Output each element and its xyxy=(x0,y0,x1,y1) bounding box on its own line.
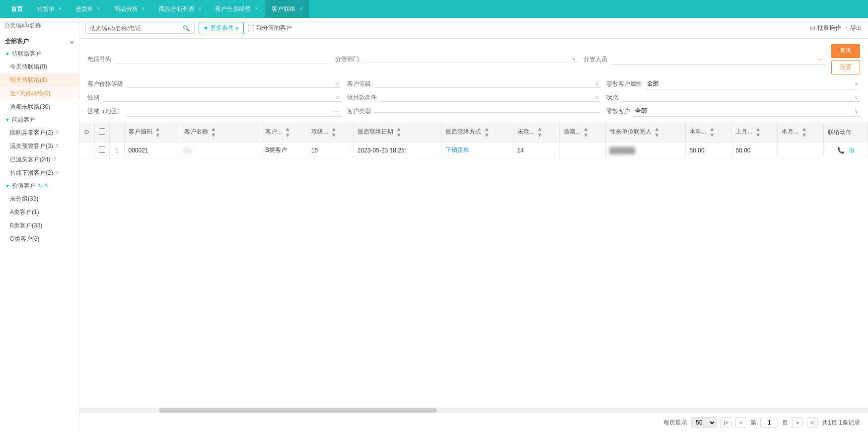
sidebar-item-b-class[interactable]: B类客户(33) xyxy=(0,219,79,232)
gender-select[interactable]: ∨ xyxy=(102,94,341,102)
edit-icon[interactable]: ✎ xyxy=(44,183,49,189)
col-company-contact[interactable]: 往来单位联系人 ▲▼ xyxy=(605,122,685,143)
retail-attr-select[interactable]: 全部 ∨ xyxy=(645,78,860,89)
sidebar-problem-group[interactable]: ▼ 问题客户 xyxy=(0,114,79,126)
payment-select[interactable]: ∨ xyxy=(380,94,601,102)
scrollbar-thumb[interactable] xyxy=(159,408,437,413)
export-btn[interactable]: ↑ 导出 xyxy=(845,24,862,32)
sidebar-item-churn-warning[interactable]: 流失预警客户(3) ? xyxy=(0,140,79,153)
field-retail-customer: 零散客户 全部 ∨ xyxy=(606,106,860,117)
per-page-select[interactable]: 50 100 200 xyxy=(691,417,717,428)
sidebar-value-group[interactable]: ▼ 价值客户 ↻ ✎ xyxy=(0,180,79,192)
field-payment: 收付款条件 ∨ xyxy=(347,93,601,102)
first-page-btn[interactable]: |< xyxy=(721,417,731,428)
refresh-icon[interactable]: ↻ xyxy=(38,183,42,189)
more-conditions-btn[interactable]: ▼ 更多条件 ∧ xyxy=(199,22,244,34)
arrow-down-icon-2: ▼ xyxy=(5,117,10,123)
row-contact-count: 15 xyxy=(307,143,353,158)
my-customers-checkbox-label[interactable]: 我分管的客户 xyxy=(248,24,292,32)
col-this-year[interactable]: 本年... ▲▼ xyxy=(685,122,731,143)
sort-icon: ▲▼ xyxy=(155,126,161,138)
gear-icon[interactable]: ⚙ xyxy=(83,128,90,136)
next-page-btn[interactable]: > xyxy=(792,417,803,428)
horizontal-scrollbar[interactable] xyxy=(79,408,868,413)
sidebar-search-input[interactable] xyxy=(4,22,78,29)
sidebar-item-7days-contact[interactable]: 近7天待联络(0) xyxy=(0,87,79,100)
close-product-analysis-list[interactable]: × xyxy=(199,0,202,18)
prev-page-btn[interactable]: < xyxy=(735,417,746,428)
select-all-checkbox[interactable] xyxy=(99,128,105,135)
customer-type-select[interactable] xyxy=(374,110,601,113)
field-phone: 电话号码 xyxy=(87,55,329,64)
nav-customer-segmentation[interactable]: 客户分层经营 × xyxy=(208,0,265,18)
region-more-icon[interactable]: ··· xyxy=(333,107,339,115)
row-index: 1 xyxy=(109,143,124,158)
nav-product-analysis-list[interactable]: 商品分析列表 × xyxy=(152,0,209,18)
query-button[interactable]: 查询 xyxy=(831,44,860,58)
sidebar-collapse-btn[interactable]: « xyxy=(70,38,74,46)
filter-row-4: 区域（地区） ··· 客户类型 零散客户 全部 xyxy=(87,106,860,117)
row-checkbox[interactable] xyxy=(94,143,109,158)
last-page-btn[interactable]: >| xyxy=(807,417,818,428)
close-customer-segmentation[interactable]: × xyxy=(255,0,258,18)
sidebar-pending-group[interactable]: ▼ 待联络客户 xyxy=(0,48,79,60)
col-this-month[interactable]: 本月... ▲▼ xyxy=(778,122,824,143)
nav-customer-contact[interactable]: 客户联络 × xyxy=(265,0,309,18)
my-customers-checkbox[interactable] xyxy=(248,25,254,31)
customer-level-select[interactable]: ∨ xyxy=(374,80,601,88)
col-last-contact-date[interactable]: 最后联络日期 ▲▼ xyxy=(353,122,441,143)
row-last-contact-date: 2023-05-23 18:25: xyxy=(353,143,441,158)
price-level-select[interactable]: ∨ xyxy=(126,80,341,88)
col-not-contact[interactable]: 未联... ▲▼ xyxy=(513,122,559,143)
contact-method-link[interactable]: 下销货单 xyxy=(445,146,469,153)
sidebar-item-a-class[interactable]: A类客户(1) xyxy=(0,206,79,219)
batch-ops-checkbox-icon: ☑ xyxy=(810,25,815,32)
nav-sales-order[interactable]: 销货单 × xyxy=(30,0,69,18)
region-select[interactable]: ··· xyxy=(126,106,341,117)
phone-action-icon[interactable]: 📞 xyxy=(837,147,845,154)
sidebar-item-c-class[interactable]: C类客户(6) xyxy=(0,232,79,246)
col-contact-count[interactable]: 联络... ▲▼ xyxy=(307,122,353,143)
sidebar-all-customers[interactable]: 全部客户 « xyxy=(0,33,79,48)
page-input[interactable] xyxy=(760,418,778,428)
close-product-analysis[interactable]: × xyxy=(142,0,145,18)
field-status: 状态 ∨ xyxy=(606,93,860,102)
col-customer-name[interactable]: 客户名称 ▲▼ xyxy=(180,122,261,143)
grid-action-icon[interactable]: ⊞ xyxy=(849,147,854,154)
sidebar-item-ungrouped[interactable]: 未分组(32) xyxy=(0,192,79,206)
col-last-contact-method[interactable]: 最后联络方式 ▲▼ xyxy=(441,122,513,143)
manager-select[interactable]: ··· xyxy=(610,54,825,65)
sidebar-item-repurchase-abnormal[interactable]: 回购异常客户(2) ? xyxy=(0,126,79,140)
search-input[interactable] xyxy=(90,25,181,32)
col-customer-type[interactable]: 客户... ▲▼ xyxy=(261,122,307,143)
sidebar-item-tomorrow-contact[interactable]: 明天待联络(1) xyxy=(0,73,79,87)
close-customer-contact[interactable]: × xyxy=(299,0,302,18)
nav-product-analysis[interactable]: 商品分析 × xyxy=(107,0,152,18)
table-row: 1 000021 Ea B类客户 15 2023-05-23 18:25: 下销… xyxy=(79,143,868,158)
close-sales-order[interactable]: × xyxy=(59,0,62,18)
close-purchase-order[interactable]: × xyxy=(97,0,100,18)
export-icon: ↑ xyxy=(845,25,848,32)
col-last-month[interactable]: 上月... ▲▼ xyxy=(731,122,778,143)
sidebar-item-today-contact[interactable]: 今天待联络(0) xyxy=(0,60,79,73)
more-icon[interactable]: ··· xyxy=(817,55,823,63)
customer-table: ⚙ 客户编码 ▲▼ 客户名称 ▲▼ xyxy=(79,122,868,158)
col-customer-code[interactable]: 客户编码 ▲▼ xyxy=(124,122,180,143)
status-select[interactable]: ∨ xyxy=(621,94,860,102)
dept-select[interactable]: ∨ xyxy=(362,55,577,63)
nav-purchase-order[interactable]: 进货单 × xyxy=(69,0,107,18)
row-select-checkbox[interactable] xyxy=(99,146,105,153)
sort-icon-9: ▲▼ xyxy=(654,126,660,138)
row-customer-code: 000021 xyxy=(124,143,180,158)
row-last-contact-method[interactable]: 下销货单 xyxy=(441,143,513,158)
batch-ops-btn[interactable]: ☑ 批量操作 xyxy=(810,24,841,32)
sidebar-item-overdue-contact[interactable]: 逾期未联络(30) xyxy=(0,100,79,114)
nav-home[interactable]: 首页 xyxy=(4,0,30,18)
retail-customer-select[interactable]: 全部 ∨ xyxy=(633,106,860,117)
settings-button[interactable]: 设置 xyxy=(831,60,860,74)
search-icon[interactable]: 🔍 xyxy=(183,25,190,32)
sidebar-item-declining[interactable]: 持续下滑客户(2) ? xyxy=(0,166,79,180)
col-overdue[interactable]: 逾期... ▲▼ xyxy=(559,122,605,143)
sidebar-item-churned[interactable]: 已流失客户(24) ? xyxy=(0,153,79,166)
phone-input[interactable] xyxy=(114,55,329,64)
